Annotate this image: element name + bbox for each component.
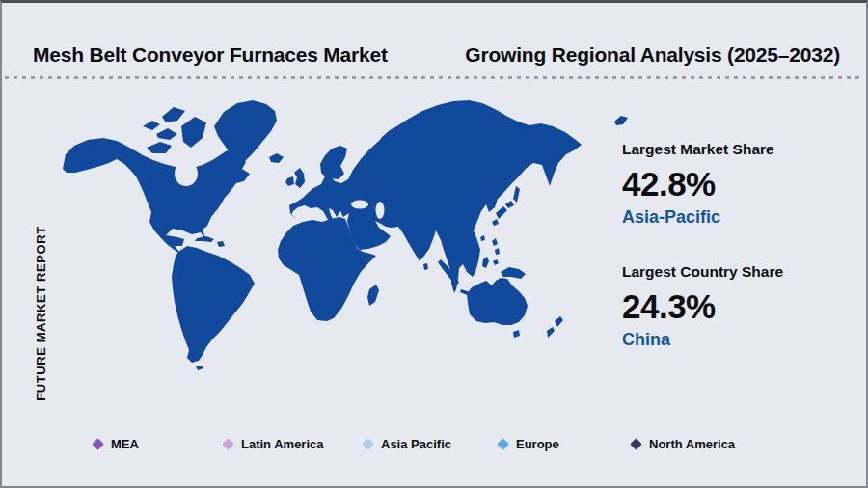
legend-item-europe: Europe [499, 436, 559, 451]
legend-item-asia-pacific: Asia Pacific [364, 436, 451, 451]
diamond-marker-icon [497, 438, 509, 450]
map-northeast-islands [614, 116, 628, 125]
infographic-canvas: Mesh Belt Conveyor Furnaces Market Growi… [0, 0, 868, 488]
stat-label: Largest Market Share [622, 141, 854, 158]
map-new-zealand [547, 316, 563, 338]
dotted-divider [5, 76, 863, 79]
diamond-marker-icon [222, 438, 234, 450]
page-title: Mesh Belt Conveyor Furnaces Market [33, 43, 388, 67]
map-hudson-bay [175, 161, 198, 186]
map-south-america [172, 246, 255, 370]
page-subtitle: Growing Regional Analysis (2025–2032) [465, 43, 840, 67]
map-caspian-sea [376, 202, 385, 219]
map-black-sea [351, 201, 368, 209]
stat-value: 42.8% [622, 165, 854, 203]
map-british-isles [285, 168, 305, 188]
map-caribbean [195, 236, 225, 247]
diamond-marker-icon [362, 438, 374, 450]
map-madagascar [367, 285, 379, 306]
world-map [58, 95, 629, 395]
legend-label: Europe [516, 437, 559, 451]
legend-label: North America [649, 437, 735, 451]
legend-label: MEA [111, 437, 139, 451]
legend-item-north-america: North America [632, 436, 735, 451]
stat-region: Asia-Pacific [622, 207, 854, 228]
legend-item-latin-america: Latin America [224, 436, 324, 451]
diamond-marker-icon [630, 438, 642, 450]
legend-label: Latin America [241, 437, 324, 451]
brand-watermark: FUTURE MARKET REPORT [34, 226, 48, 401]
legend-label: Asia Pacific [381, 437, 451, 451]
stat-region: China [622, 330, 854, 350]
map-new-guinea [501, 267, 526, 279]
map-australia [467, 278, 528, 338]
stat-country-share: Largest Country Share 24.3% China [622, 263, 854, 350]
stat-market-share: Largest Market Share 42.8% Asia-Pacific [622, 141, 854, 228]
diamond-marker-icon [92, 438, 104, 450]
map-arctic-islands [143, 107, 206, 153]
stats-panel: Largest Market Share 42.8% Asia-Pacific … [622, 141, 854, 350]
map-scandinavia [320, 146, 347, 179]
legend-item-mea: MEA [94, 436, 139, 451]
stat-label: Largest Country Share [622, 263, 854, 281]
stat-value: 24.3% [622, 287, 854, 326]
map-iceland [269, 153, 284, 163]
